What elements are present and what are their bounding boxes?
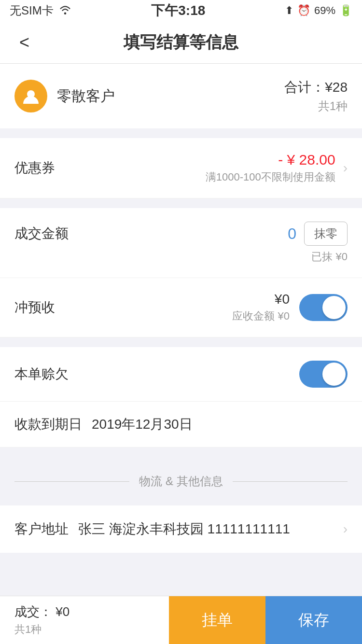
charge-row: 冲预收 ¥0 应收金额 ¥0 <box>0 278 362 337</box>
due-date-label: 收款到期日 <box>14 415 82 434</box>
transaction-label: 成交金额 <box>14 224 69 243</box>
battery-icon: 🔋 <box>339 4 352 17</box>
charge-amount-group: ¥0 应收金额 ¥0 <box>232 292 290 323</box>
due-date-row: 收款到期日 2019年12月30日 <box>0 402 362 448</box>
time-text: 下午3:18 <box>151 1 205 20</box>
coupon-desc: 满1000-100不限制使用金额 <box>206 170 335 184</box>
page-title: 填写结算等信息 <box>124 31 238 54</box>
customer-row: 零散客户 合计：¥28 共1种 <box>0 64 362 128</box>
credit-toggle-knob <box>322 363 346 386</box>
charge-amount: ¥0 <box>232 292 290 307</box>
credit-label: 本单赊欠 <box>14 365 69 383</box>
charge-label: 冲预收 <box>14 298 55 317</box>
logistics-section-header: 物流 & 其他信息 <box>0 467 362 496</box>
alarm-icon: ⏰ <box>297 4 310 17</box>
transaction-amount-row: 成交金额 0 抹零 已抹 ¥0 <box>0 208 362 278</box>
transaction-right: 0 抹零 <box>288 222 348 246</box>
bottom-bar: 成交： ¥0 共1种 挂单 保存 <box>0 596 362 644</box>
divider-3 <box>0 337 362 347</box>
status-bar: 无SIM卡 下午3:18 ⬆ ⏰ 69% 🔋 <box>0 0 362 21</box>
divider-4 <box>0 448 362 467</box>
coupon-value-group: - ¥ 28.00 满1000-100不限制使用金额 <box>206 152 335 184</box>
credit-toggle[interactable] <box>299 361 348 388</box>
divider-2 <box>0 198 362 208</box>
coupon-amount: - ¥ 28.00 <box>206 152 335 168</box>
hold-button[interactable]: 挂单 <box>169 596 265 644</box>
credit-row: 本单赊欠 <box>0 347 362 402</box>
wifi-icon <box>58 4 72 17</box>
total-amount: 合计：¥28 <box>284 78 348 97</box>
content: 零散客户 合计：¥28 共1种 优惠券 - ¥ 28.00 满1000-100不… <box>0 64 362 611</box>
toggle-knob <box>322 296 346 319</box>
location-icon: ⬆ <box>285 4 293 17</box>
customer-name: 零散客户 <box>57 86 115 106</box>
address-value: 张三 海淀永丰科技园 11111111111 <box>78 520 343 538</box>
back-button[interactable]: < <box>14 28 34 57</box>
round-button[interactable]: 抹零 <box>304 222 348 246</box>
charge-toggle[interactable] <box>299 294 348 321</box>
customer-left: 零散客户 <box>14 80 115 112</box>
status-left: 无SIM卡 <box>10 3 72 18</box>
charge-right: ¥0 应收金额 ¥0 <box>232 292 348 323</box>
bottom-deal-text: 成交： ¥0 <box>14 603 154 620</box>
logistics-label: 物流 & 其他信息 <box>129 474 232 489</box>
coupon-label: 优惠券 <box>14 159 55 177</box>
status-right: ⬆ ⏰ 69% 🔋 <box>285 4 352 17</box>
transaction-sub-text: 已抹 ¥0 <box>311 250 348 264</box>
address-chevron-icon: › <box>343 521 348 537</box>
coupon-row[interactable]: 优惠券 - ¥ 28.00 满1000-100不限制使用金额 › <box>0 138 362 198</box>
address-label: 客户地址 <box>14 520 69 538</box>
coupon-right: - ¥ 28.00 满1000-100不限制使用金额 › <box>206 152 348 184</box>
divider-1 <box>0 128 362 138</box>
transaction-bottom: 已抹 ¥0 <box>14 250 348 264</box>
due-date-value: 2019年12月30日 <box>92 415 193 434</box>
transaction-top: 成交金额 0 抹零 <box>14 222 348 246</box>
carrier-text: 无SIM卡 <box>10 3 54 18</box>
bottom-count-text: 共1种 <box>14 622 154 637</box>
avatar <box>14 80 47 112</box>
charge-sub-text: 应收金额 ¥0 <box>232 309 290 323</box>
divider-5 <box>0 496 362 505</box>
bottom-info: 成交： ¥0 共1种 <box>0 596 169 644</box>
total-count: 共1种 <box>284 98 348 114</box>
customer-summary: 合计：¥28 共1种 <box>284 78 348 114</box>
nav-bar: < 填写结算等信息 <box>0 21 362 64</box>
address-row[interactable]: 客户地址 张三 海淀永丰科技园 11111111111 › <box>0 505 362 553</box>
chevron-right-icon: › <box>343 160 348 176</box>
transaction-value[interactable]: 0 <box>288 225 296 243</box>
battery-text: 69% <box>314 4 335 17</box>
save-button[interactable]: 保存 <box>265 596 362 644</box>
